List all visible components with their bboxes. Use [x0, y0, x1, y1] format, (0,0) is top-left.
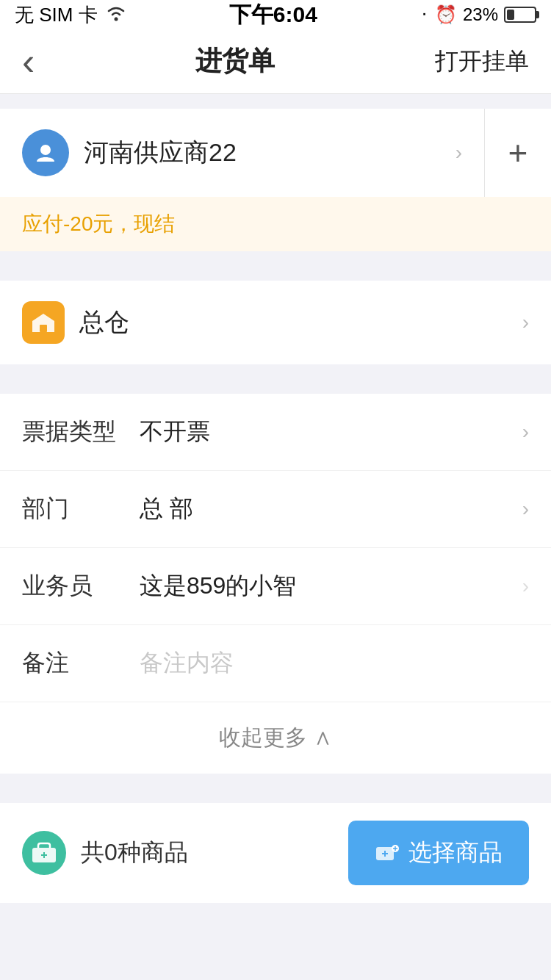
invoice-type-chevron-icon: › [522, 420, 529, 444]
form-section: 票据类型 不开票 › 部门 总 部 › 业务员 这是859的小智 › 备注 备注… [0, 394, 551, 702]
warehouse-chevron-icon: › [522, 311, 529, 334]
select-product-button[interactable]: 选择商品 [348, 821, 529, 885]
svg-point-1 [40, 145, 51, 155]
salesperson-value: 这是859的小智 [125, 570, 511, 602]
open-pending-button[interactable]: 打开挂单 [435, 46, 529, 78]
salesperson-label: 业务员 [22, 570, 125, 602]
section-gap-4 [0, 774, 551, 788]
battery-icon [504, 7, 536, 23]
wifi-icon [105, 4, 127, 26]
status-bar: 无 SIM 卡 下午6:04 ⬝ ⏰ 23% [0, 0, 551, 29]
department-label: 部门 [22, 493, 125, 525]
supplier-selector[interactable]: 河南供应商22 › [0, 109, 485, 197]
salesperson-chevron-icon: › [522, 574, 529, 598]
warehouse-icon [22, 301, 65, 344]
collapse-button[interactable]: 收起更多 ∧ [219, 723, 331, 753]
section-gap-3 [0, 364, 551, 379]
collapse-section[interactable]: 收起更多 ∧ [0, 702, 551, 774]
select-product-label: 选择商品 [408, 837, 503, 869]
status-left: 无 SIM 卡 [15, 2, 127, 28]
supplier-chevron-icon: › [455, 141, 462, 165]
supplier-section: 河南供应商22 › + [0, 109, 551, 197]
invoice-type-row[interactable]: 票据类型 不开票 › [0, 394, 551, 471]
section-gap-2 [0, 251, 551, 266]
location-icon: ⬝ [419, 5, 429, 24]
remark-row[interactable]: 备注 备注内容 [0, 625, 551, 702]
time-display: 下午6:04 [229, 0, 317, 30]
remark-input[interactable]: 备注内容 [125, 647, 529, 680]
carrier-label: 无 SIM 卡 [15, 2, 98, 28]
svg-point-0 [114, 17, 118, 21]
status-right: ⬝ ⏰ 23% [419, 4, 536, 25]
invoice-type-value: 不开票 [125, 416, 511, 448]
product-count-label: 共0种商品 [81, 837, 334, 869]
back-button[interactable]: ‹ [22, 40, 35, 84]
department-value: 总 部 [125, 493, 511, 525]
svg-rect-2 [40, 325, 47, 332]
page-title: 进货单 [195, 43, 275, 79]
section-gap-1 [0, 94, 551, 109]
salesperson-row[interactable]: 业务员 这是859的小智 › [0, 548, 551, 625]
department-chevron-icon: › [522, 497, 529, 521]
background-fill [0, 903, 551, 980]
bottom-bar: 共0种商品 选择商品 [0, 803, 551, 903]
invoice-type-label: 票据类型 [22, 416, 125, 448]
alarm-icon: ⏰ [435, 4, 457, 25]
warehouse-section[interactable]: 总仓 › [0, 281, 551, 364]
product-icon [22, 831, 66, 875]
supplier-name: 河南供应商22 [84, 136, 444, 170]
department-row[interactable]: 部门 总 部 › [0, 471, 551, 548]
battery-percent: 23% [463, 4, 498, 25]
remark-label: 备注 [22, 647, 125, 680]
nav-bar: ‹ 进货单 打开挂单 [0, 29, 551, 94]
add-supplier-button[interactable]: + [485, 109, 551, 197]
warehouse-name: 总仓 [79, 306, 511, 339]
supplier-avatar [22, 129, 69, 176]
notice-banner: 应付-20元，现结 [0, 197, 551, 251]
